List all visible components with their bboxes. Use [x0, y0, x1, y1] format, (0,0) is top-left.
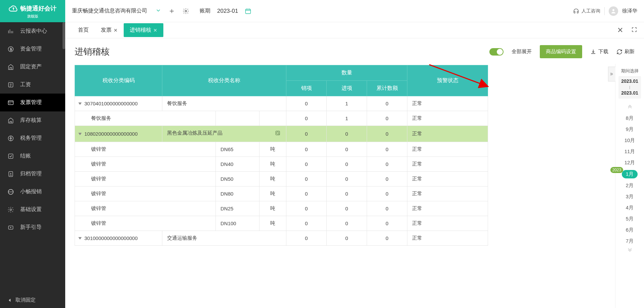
- table-row[interactable]: 1080200000000000000黑色金属冶炼及压延产品000正常: [75, 126, 488, 142]
- sidebar-item-9[interactable]: 小畅报销: [0, 183, 65, 201]
- sidebar-scrollbar[interactable]: [63, 22, 65, 49]
- sidebar-item-label: 发票管理: [20, 99, 42, 106]
- sidebar-unpin-label: 取消固定: [15, 297, 36, 303]
- month-item[interactable]: 6月: [622, 226, 637, 234]
- sidebar-icon-11: [7, 224, 14, 231]
- sidebar-item-4[interactable]: 发票管理: [0, 94, 65, 111]
- sidebar-item-label: 固定资产: [20, 63, 42, 70]
- sidebar-item-0[interactable]: 云报表中心: [0, 22, 65, 40]
- cloud-upload-icon: [9, 4, 18, 13]
- username[interactable]: 徐泽华: [622, 8, 637, 14]
- page-title: 进销稽核: [75, 46, 110, 58]
- expand-toggle-icon[interactable]: [78, 237, 82, 239]
- sidebar: 畅捷通好会计 旗舰版 云报表中心资金管理固定资产工资发票管理库存核算税务管理结账…: [0, 0, 65, 308]
- table-row[interactable]: 镀锌管DN25吨000正常: [75, 201, 488, 216]
- logo[interactable]: 畅捷通好会计 旗舰版: [0, 0, 65, 22]
- download-button[interactable]: 下载: [590, 48, 608, 55]
- col-acc: 累计数额: [367, 81, 407, 96]
- col-status: 预警状态: [407, 65, 488, 96]
- svg-rect-4: [8, 154, 13, 158]
- month-item[interactable]: 8月: [622, 114, 637, 122]
- sidebar-icon-1: [7, 46, 14, 53]
- sidebar-item-label: 资金管理: [20, 45, 42, 53]
- divider: [604, 7, 605, 15]
- tab-0[interactable]: 首页: [72, 23, 95, 37]
- month-item[interactable]: 7月: [622, 237, 637, 245]
- month-item[interactable]: 10月: [621, 137, 639, 144]
- refresh-button[interactable]: 刷新: [616, 48, 635, 55]
- date-range[interactable]: 2023.01 | 2023.01: [618, 76, 641, 99]
- avatar[interactable]: [609, 6, 618, 16]
- sidebar-item-label: 基础设置: [20, 206, 42, 213]
- table-row[interactable]: 镀锌管DN50吨000正常: [75, 172, 488, 186]
- sidebar-item-11[interactable]: 新手引导: [0, 218, 65, 236]
- col-name: 税收分类名称: [162, 65, 286, 96]
- sidebar-unpin[interactable]: 取消固定: [0, 292, 65, 308]
- month-item[interactable]: 3月: [622, 193, 637, 201]
- month-item[interactable]: 1月: [622, 170, 638, 178]
- month-scroll-up[interactable]: [626, 103, 634, 112]
- date-panel-title: 期间选择: [621, 68, 639, 74]
- table-row[interactable]: 镀锌管DN80吨000正常: [75, 186, 488, 201]
- support-link[interactable]: 人工咨询: [573, 8, 600, 14]
- month-item[interactable]: 4月: [622, 204, 637, 212]
- date-panel-collapse[interactable]: [608, 67, 615, 81]
- tab-close-icon[interactable]: ✕: [114, 28, 118, 33]
- sidebar-item-3[interactable]: 工资: [0, 76, 65, 94]
- tab-1[interactable]: 发票✕: [95, 23, 124, 37]
- close-all-tabs[interactable]: ✕: [614, 25, 626, 36]
- svg-point-13: [277, 132, 279, 134]
- company-selector[interactable]: 重庆畅捷交通信息咨询有限公司: [72, 7, 161, 15]
- sidebar-icon-9: [7, 189, 14, 195]
- sidebar-item-10[interactable]: 基础设置: [0, 201, 65, 218]
- sidebar-item-8[interactable]: 归档管理: [0, 165, 65, 183]
- chevron-down-icon: [155, 7, 161, 15]
- sidebar-icon-4: [7, 99, 14, 106]
- sidebar-icon-3: [7, 81, 14, 88]
- logo-text: 畅捷通好会计: [20, 4, 56, 12]
- sidebar-item-label: 工资: [20, 81, 31, 88]
- sidebar-item-label: 库存核算: [20, 117, 42, 124]
- period-value: 2023-01: [217, 8, 238, 14]
- sidebar-item-5[interactable]: 库存核算: [0, 111, 65, 129]
- table-row[interactable]: 3070401000000000000餐饮服务010正常: [75, 96, 488, 111]
- date-panel: 期间选择 2023.01 | 2023.01 2023 8月9月10月11月12…: [615, 64, 644, 308]
- svg-rect-2: [8, 101, 13, 105]
- gear-icon[interactable]: [182, 7, 190, 15]
- sidebar-item-6[interactable]: 税务管理: [0, 129, 65, 147]
- expand-toggle-icon[interactable]: [78, 102, 82, 105]
- sidebar-item-label: 小畅报销: [20, 188, 42, 195]
- table-row[interactable]: 餐饮服务010正常: [75, 111, 488, 126]
- month-scroll-down[interactable]: [626, 245, 634, 254]
- month-item[interactable]: 5月: [622, 215, 637, 223]
- expand-all-toggle[interactable]: [489, 48, 504, 56]
- calendar-icon[interactable]: [245, 8, 251, 14]
- tabbar: 首页发票✕进销稽核✕ ✕: [65, 22, 644, 38]
- col-out: 销项: [286, 81, 327, 96]
- month-item[interactable]: 9月: [622, 126, 637, 133]
- fullscreen-icon[interactable]: [631, 27, 637, 34]
- month-item[interactable]: 2月: [622, 182, 637, 190]
- month-item[interactable]: 11月: [621, 148, 639, 156]
- sidebar-item-1[interactable]: 资金管理: [0, 40, 65, 58]
- tab-close-icon[interactable]: ✕: [153, 28, 157, 33]
- table-row[interactable]: 镀锌管DN100吨000正常: [75, 216, 488, 231]
- search-icon[interactable]: [275, 130, 281, 138]
- expand-toggle-icon[interactable]: [78, 133, 82, 135]
- add-icon[interactable]: [168, 7, 175, 15]
- expand-all-label: 全部展开: [512, 48, 532, 55]
- sidebar-item-2[interactable]: 固定资产: [0, 58, 65, 76]
- sidebar-item-label: 新手引导: [20, 224, 42, 231]
- tab-2[interactable]: 进销稽核✕: [124, 23, 163, 37]
- period-label: 账期: [200, 7, 210, 14]
- col-qty-group: 数量: [286, 65, 407, 81]
- table-row[interactable]: 镀锌管DN40吨000正常: [75, 157, 488, 172]
- product-code-settings-button[interactable]: 商品编码设置: [540, 45, 582, 58]
- table-row[interactable]: 3010000000000000000交通运输服务000正常: [75, 231, 488, 246]
- table-row[interactable]: 镀锌管DN65吨000正常: [75, 142, 488, 157]
- sidebar-icon-2: [7, 64, 14, 70]
- svg-point-7: [10, 209, 12, 210]
- month-item[interactable]: 12月: [621, 159, 639, 167]
- sidebar-item-7[interactable]: 结账: [0, 147, 65, 165]
- col-in: 进项: [327, 81, 367, 96]
